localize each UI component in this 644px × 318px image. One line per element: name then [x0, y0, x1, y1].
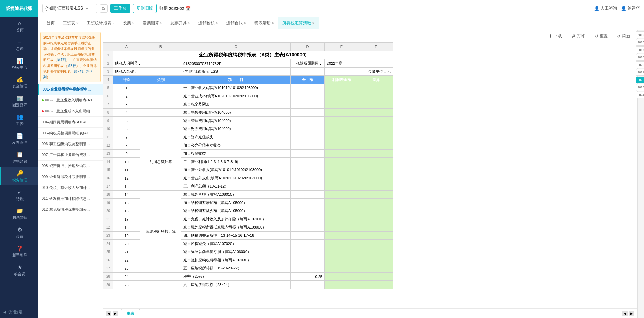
sheet-table: A B C D E F 1 企业所 — [103, 42, 393, 289]
taxpayer-id-row: 2 纳税人识别号： 91320500703719732P 税款所属期间： 202… — [103, 59, 393, 68]
taxpayer-name-value: (勾删) 江西服宝-LSS — [181, 68, 291, 76]
row-num-4: 4 — [103, 76, 113, 84]
list-item-001[interactable]: 001-企业所得税年度纳税申... — [38, 84, 103, 95]
year-2021[interactable]: 2021 — [636, 69, 644, 76]
sidebar-item-funds[interactable]: 💰 资金管理 — [0, 73, 38, 92]
list-item-005[interactable]: 005-纳税调整项目明细表(A1... — [38, 128, 103, 139]
tab-payroll[interactable]: 工资表 × — [59, 17, 83, 29]
reset-button[interactable]: ↺ 重置 — [592, 32, 611, 40]
tab-invoice[interactable]: 发票 × — [119, 17, 139, 29]
sidebar-item-settings[interactable]: ⚙ 设置 — [0, 223, 38, 242]
year-2018[interactable]: 2018 — [636, 54, 644, 61]
tax-period-value: 2022年度 — [325, 59, 393, 68]
period-display: 账期 2023-02 📅 — [159, 5, 191, 11]
spacer — [291, 68, 325, 76]
archive-icon: 📁 — [16, 208, 23, 214]
year-2024[interactable]: 2024 — [636, 92, 644, 98]
sidebar-item-home[interactable]: ⌂ 首页 — [0, 17, 38, 36]
scroll-left-btn[interactable]: ◀ — [622, 311, 628, 316]
ai-consult[interactable]: 👤 人工咨询 — [594, 5, 617, 11]
tab-home[interactable]: 首页 — [42, 17, 59, 29]
sidebar-item-closing[interactable]: ✓ 结账 — [0, 185, 38, 204]
tab-sales-ledger[interactable]: 进销台账 × — [222, 17, 250, 29]
list-item-003[interactable]: 003-一般企业成本支出明细... — [38, 106, 103, 117]
left-panel: 2019年度步及取以前年度结转数据的申报表单元格需要手工维护正确，才能保证本年及… — [38, 30, 103, 318]
table-row: 28 24 税率（25%） 0.25 — [103, 273, 393, 281]
refresh-icon: ⟳ — [617, 34, 621, 39]
sidebar-item-label: 设置 — [16, 234, 24, 239]
tab-payroll-close[interactable]: × — [76, 21, 79, 25]
list-item-009[interactable]: 009-企业所得税补亏损明细... — [38, 171, 103, 182]
sidebar-item-sales-ledger[interactable]: 📋 进销台账 — [0, 148, 38, 167]
home-icon: ⌂ — [18, 20, 22, 27]
list-item-008[interactable]: 008-资产折旧、摊销及纳税... — [38, 161, 103, 171]
warning-link3[interactable]: 第2列、第8列 — [43, 69, 92, 79]
list-item-012[interactable]: 012-减免所得税优惠明细表... — [38, 204, 103, 215]
tab-invoice-calc[interactable]: 发票测算 × — [139, 17, 167, 29]
year-2017[interactable]: 2017 — [636, 46, 644, 53]
tab-invoice-issue-close[interactable]: × — [188, 21, 190, 25]
sheet-tab-main[interactable]: 主表 — [121, 309, 140, 318]
calendar-icon[interactable]: 📅 — [185, 6, 191, 11]
sidebar-item-guide[interactable]: ❓ 新手引导 — [0, 242, 38, 261]
ledger-icon: ≡ — [18, 39, 21, 45]
year-2023[interactable]: 2023 — [636, 84, 644, 91]
tab-sales-check-label: 进销稽核 — [198, 20, 215, 26]
list-item-011[interactable]: 011-研发费用加计扣除优惠... — [38, 193, 103, 204]
sidebar-item-assets[interactable]: 🏢 固定资产 — [0, 92, 38, 110]
list-item-007[interactable]: 007-广告费和业务宣传费跌... — [38, 150, 103, 161]
tab-tax-list-close[interactable]: × — [272, 21, 274, 25]
warning-link2[interactable]: 第8行 — [67, 64, 76, 68]
tab-invoice-issue[interactable]: 发票开具 × — [166, 17, 194, 29]
scroll-right-btn[interactable]: ▶ — [629, 311, 634, 316]
sidebar-item-invoice[interactable]: 📄 发票管理 — [0, 129, 38, 148]
sidebar-item-vip[interactable]: ★ 畅会员 — [0, 261, 38, 279]
sidebar-item-ledger[interactable]: ≡ 总账 — [0, 36, 38, 54]
year-2019[interactable]: 2019 — [636, 31, 644, 38]
tab-invoice-calc-close[interactable]: × — [160, 21, 163, 25]
company-selector[interactable]: (勾删) 江西服宝-LSS ▼ — [42, 4, 97, 13]
print-button[interactable]: 🖨 打印 — [569, 32, 588, 40]
tab-sales-check-close[interactable]: × — [216, 21, 218, 25]
sidebar-item-payroll[interactable]: 👥 工资 — [0, 110, 38, 129]
user-profile[interactable]: 👤 徐运华 — [621, 5, 640, 11]
sheet-nav-prev[interactable]: ◀ — [106, 311, 111, 316]
list-item-006[interactable]: 006-职工薪酬纳税调整明细... — [38, 139, 103, 150]
tab-payroll-stats-close[interactable]: × — [113, 21, 115, 25]
taxpayer-id-label: 纳税人识别号： — [113, 59, 181, 68]
tab-sales-ledger-close[interactable]: × — [244, 21, 246, 25]
tab-income-tax-close[interactable]: × — [312, 21, 314, 25]
year-2016[interactable]: 2016 — [636, 39, 644, 46]
tab-tax-list[interactable]: 税表清册 × — [250, 17, 278, 29]
tab-home-label: 首页 — [46, 20, 55, 26]
sidebar-item-reports[interactable]: 📊 报表中心 — [0, 54, 38, 73]
sidebar-item-tax[interactable]: 🔑 税务管理 — [0, 167, 38, 185]
tab-invoice-close[interactable]: × — [132, 21, 135, 25]
sheet-nav-next[interactable]: ▶ — [113, 311, 118, 316]
list-item-002[interactable]: 002-一般企业收入明细表(A1... — [38, 95, 103, 106]
sales-ledger-icon: 📋 — [16, 151, 23, 158]
download-button[interactable]: ⬇ 下载 — [546, 32, 565, 40]
switch-old-button[interactable]: 切到旧版 — [133, 4, 157, 13]
tab-income-tax[interactable]: 所得税汇算清缴 × — [278, 17, 319, 29]
tax-period-label: 税款所属期间： — [291, 59, 325, 68]
copy-button[interactable]: ⧉ — [100, 4, 108, 13]
year-2020[interactable]: 2020 — [636, 61, 644, 68]
list-item-004[interactable]: 004-期间费用明细表(A1040... — [38, 117, 103, 128]
row-num-1: 1 — [103, 51, 113, 59]
year-2022[interactable]: 2022 — [636, 77, 644, 83]
sheet-wrapper[interactable]: A B C D E F 1 企业所 — [103, 42, 637, 308]
period-label: 账期 — [159, 5, 168, 11]
warning-link1[interactable]: 第4列 — [57, 58, 66, 62]
list-item-010[interactable]: 010-免税、减计收入及加计... — [38, 182, 103, 193]
refresh-button[interactable]: ⟳ 刷新 — [615, 32, 633, 40]
workbench-button[interactable]: 工作台 — [110, 4, 130, 13]
tab-payroll-stats[interactable]: 工资统计报表 × — [83, 17, 119, 29]
sidebar: 畅捷通易代账 ⌂ 首页 ≡ 总账 📊 报表中心 💰 资金管理 🏢 固定资产 👥 … — [0, 0, 38, 318]
tab-sales-check[interactable]: 进销稽核 × — [194, 17, 222, 29]
sidebar-item-archive[interactable]: 📁 归档管理 — [0, 204, 38, 223]
tab-invoice-calc-label: 发票测算 — [143, 20, 159, 26]
sidebar-pin-toggle[interactable]: ◀ 取消固定 — [0, 306, 38, 318]
col-header-D: D — [291, 43, 325, 51]
tab-sales-ledger-label: 进销台账 — [226, 20, 243, 26]
